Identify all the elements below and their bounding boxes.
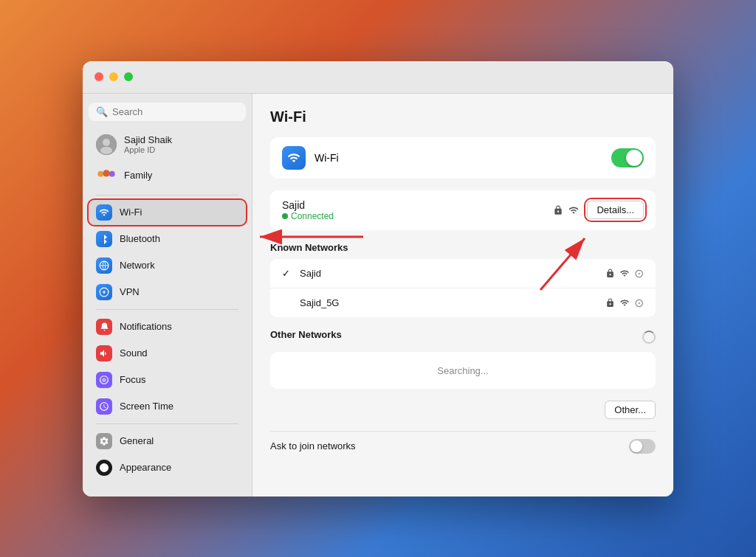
maximize-button[interactable] [124,72,133,81]
sound-icon [96,345,112,361]
sidebar-item-sound[interactable]: Sound [89,341,246,366]
known-networks-title: Known Networks [270,242,656,253]
connected-network-status: Connected [282,211,546,221]
other-networks-area: Searching... [270,352,656,389]
family-icon [96,165,117,186]
known-network-row-1[interactable]: ✓ Sajid ⊙ [270,259,656,288]
general-icon [96,433,112,449]
sidebar-item-label-appearance: Appearance [120,462,171,473]
sidebar-item-user[interactable]: Sajid Shaik Apple ID [89,130,246,159]
minimize-button[interactable] [109,72,118,81]
sidebar-divider-3 [96,423,238,424]
svg-point-1 [103,139,110,146]
sidebar-item-general[interactable]: General [89,429,246,454]
sidebar-divider-2 [96,309,238,310]
known-network-row-2[interactable]: Sajid_5G ⊙ [270,288,656,317]
more-options-icon-2[interactable]: ⊙ [634,296,644,310]
sidebar-item-label-vpn: VPN [120,286,140,297]
sidebar-divider [96,195,238,196]
known-networks-list: ✓ Sajid ⊙ Sajid_5G [270,259,656,317]
focus-icon [96,372,112,388]
user-name: Sajid Shaik [124,134,172,145]
svg-point-2 [100,147,112,154]
wifi-toggle[interactable] [611,148,644,167]
known-network-name-1: Sajid [300,268,598,279]
sidebar-item-label-screentime: Screen Time [120,401,173,412]
user-sub: Apple ID [124,145,172,154]
svg-point-5 [109,170,115,176]
page-title: Wi-Fi [270,108,656,125]
sidebar-item-label-wifi: Wi-Fi [120,207,142,218]
connected-network-name: Sajid [282,199,546,211]
network-name-block: Sajid Connected [282,199,546,221]
other-networks-title: Other Networks [270,329,342,340]
loading-spinner [642,331,656,344]
user-info: Sajid Shaik Apple ID [124,134,172,154]
sidebar-item-label-general: General [120,435,154,446]
other-button-row: Other... [270,401,656,419]
status-dot [282,213,288,219]
main-content: Wi-Fi Wi-Fi Saji [252,94,673,497]
sidebar: 🔍 Sajid Shaik Apple ID [83,94,252,497]
sidebar-item-screentime[interactable]: Screen Time [89,394,246,419]
sidebar-item-family[interactable]: Family [89,161,246,190]
svg-point-3 [97,170,103,176]
screentime-icon [96,398,112,415]
known-network-icons-2: ⊙ [605,296,644,310]
sidebar-item-bluetooth[interactable]: Bluetooth [89,226,246,252]
sidebar-item-appearance[interactable]: Appearance [89,455,246,480]
more-options-icon-1[interactable]: ⊙ [634,266,644,280]
avatar [96,134,117,155]
connected-network-card: Sajid Connected Details... [270,190,656,230]
search-input[interactable] [112,106,238,117]
appearance-icon [96,460,112,476]
bluetooth-icon [96,231,112,247]
vpn-icon [96,284,112,300]
ask-join-label: Ask to join networks [270,440,629,452]
sidebar-item-label-sound: Sound [120,347,148,359]
wifi-icon [96,204,112,221]
network-icon [96,257,112,274]
sidebar-item-label-bluetooth: Bluetooth [120,233,160,244]
family-label: Family [124,170,152,181]
sidebar-item-focus[interactable]: Focus [89,367,246,392]
known-network-name-2: Sajid_5G [300,297,598,308]
sidebar-item-network[interactable]: Network [89,253,246,278]
traffic-lights [94,72,133,81]
network-security-icons [553,205,580,215]
other-button[interactable]: Other... [605,401,656,419]
ask-join-toggle[interactable] [629,439,656,454]
checkmark-icon: ✓ [282,268,292,279]
ask-join-row: Ask to join networks [270,431,656,461]
known-network-icons-1: ⊙ [605,266,644,280]
search-bar[interactable]: 🔍 [89,103,246,121]
close-button[interactable] [94,72,103,81]
details-button[interactable]: Details... [587,201,644,219]
notifications-icon [96,319,112,335]
sidebar-item-label-notifications: Notifications [120,321,172,332]
sidebar-item-notifications[interactable]: Notifications [89,314,246,339]
searching-text: Searching... [437,365,488,376]
search-icon: 🔍 [96,106,108,117]
sidebar-item-label-focus: Focus [120,374,145,385]
sidebar-item-vpn[interactable]: VPN [89,280,246,305]
sidebar-item-label-network: Network [120,260,155,271]
sidebar-item-wifi[interactable]: Wi-Fi [89,200,246,225]
wifi-main-icon [282,146,306,170]
title-bar [83,61,673,94]
wifi-toggle-label: Wi-Fi [315,152,602,164]
svg-point-4 [103,170,109,176]
other-networks-header: Other Networks [270,329,656,346]
wifi-toggle-card: Wi-Fi [270,137,656,179]
